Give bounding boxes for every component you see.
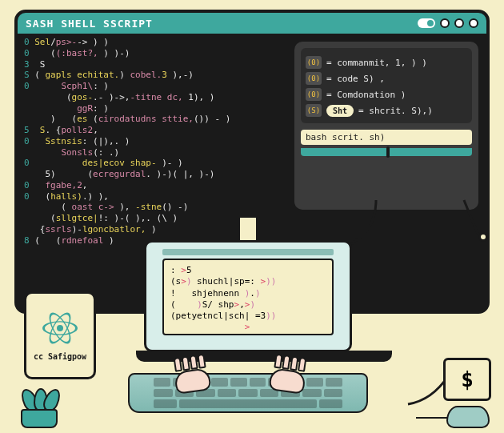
window-button[interactable]: [469, 18, 478, 28]
panel-row: (S)Sht = shcrit. S),): [306, 104, 467, 117]
panel-row: (0)= code S) ,: [306, 72, 467, 85]
window-button[interactable]: [440, 18, 450, 28]
side-panel: (0)= commanmit, 1, ) )(0)= code S) ,(0)=…: [294, 42, 478, 210]
plant-icon: [11, 380, 67, 428]
keyboard[interactable]: [128, 373, 368, 413]
cable-end-icon: [478, 232, 488, 242]
dollar-icon: $: [461, 367, 474, 391]
code-editor: 0 Sel/ps>--> ) )0 ((:bast?, ) )-)3 SS ( …: [24, 37, 230, 246]
window-title: SASH SHELL SSCRIPT: [26, 18, 153, 30]
panel-row: (0)= commanmit, 1, ) ): [306, 56, 467, 69]
panel-slider[interactable]: [301, 148, 472, 156]
window-controls: [418, 18, 478, 28]
panel-badge: (S): [306, 104, 322, 117]
laptop-screen: : >5 (s>) shuchl|sp=: >))! shjehnenn ).)…: [144, 240, 352, 352]
panel-badge: (0): [306, 72, 322, 85]
laptop-tab-bar: [162, 249, 334, 255]
panel-badge: (0): [306, 56, 322, 69]
sticky-note: $: [443, 358, 491, 401]
laptop-terminal: : >5 (s>) shuchl|sp=: >))! shjehnenn ).)…: [162, 259, 334, 335]
logo-card: cc Safigpow: [24, 291, 96, 379]
hand-right-icon: [262, 357, 314, 395]
hand-left-icon: [166, 357, 218, 395]
sht-pill[interactable]: Sht: [326, 105, 354, 117]
titlebar: SASH SHELL SSCRIPT: [18, 13, 486, 34]
mouse-icon[interactable]: [446, 406, 490, 428]
toggle-icon[interactable]: [418, 18, 435, 28]
laptop: : >5 (s>) shuchl|sp=: >))! shjehnenn ).)…: [136, 240, 360, 368]
atom-icon: [42, 311, 78, 346]
window-button[interactable]: [454, 18, 464, 28]
logo-label: cc Safigpow: [34, 352, 86, 361]
panel-row: (0)= Comdonation ): [306, 88, 467, 101]
panel-badge: (0): [306, 88, 322, 101]
panel-list: (0)= commanmit, 1, ) )(0)= code S) ,(0)=…: [301, 48, 472, 123]
command-input[interactable]: bash scrit. sh): [301, 130, 472, 145]
